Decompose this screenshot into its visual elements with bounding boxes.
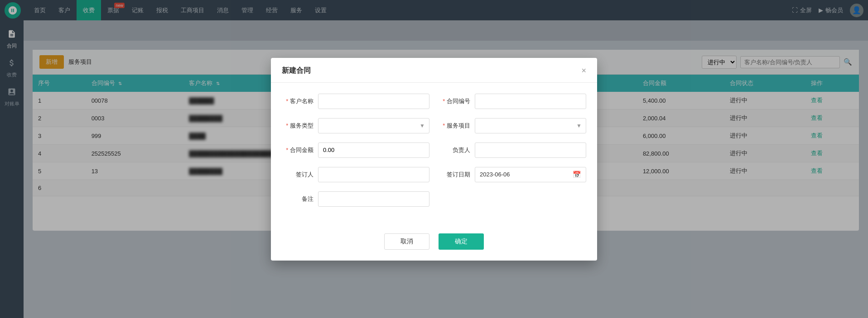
form-group-owner: 负责人 [439, 142, 586, 158]
label-contract-no: 合同编号 [439, 97, 470, 105]
label-service-type: 服务类型 [282, 122, 313, 130]
input-contract-amount[interactable] [318, 142, 429, 158]
modal-close-button[interactable]: × [581, 66, 586, 76]
form-group-sign-date: 签订日期 2023-06-06 📅 [439, 167, 586, 182]
label-amount: 合同金额 [282, 146, 313, 154]
calendar-icon[interactable]: 📅 [573, 171, 581, 179]
form-group-service-type: 服务类型 ▼ [282, 118, 429, 133]
label-customer-name: 客户名称 [282, 97, 313, 105]
modal-header: 新建合同 × [271, 58, 597, 83]
form-group-amount: 合同金额 [282, 142, 429, 158]
label-sign-date: 签订日期 [439, 171, 470, 179]
label-notes: 备注 [282, 195, 313, 203]
form-group-notes: 备注 [282, 191, 429, 207]
input-contract-no[interactable] [475, 94, 586, 109]
label-owner: 负责人 [439, 146, 470, 154]
modal-footer: 取消 确定 [271, 227, 597, 261]
label-signer: 签订人 [282, 171, 313, 179]
form-row-3: 合同金额 负责人 [282, 142, 586, 158]
modal-body: 客户名称 合同编号 服务类型 ▼ [271, 83, 597, 227]
select-service-item[interactable] [475, 118, 586, 133]
service-type-wrapper: ▼ [318, 118, 429, 133]
label-service-item: 服务项目 [439, 122, 470, 130]
form-group-service-item: 服务项目 ▼ [439, 118, 586, 133]
input-signer[interactable] [318, 167, 429, 182]
confirm-button[interactable]: 确定 [439, 233, 484, 250]
new-contract-modal: 新建合同 × 客户名称 合同编号 服务类型 [271, 58, 597, 261]
form-row-4: 签订人 签订日期 2023-06-06 📅 [282, 167, 586, 182]
select-service-type[interactable] [318, 118, 429, 133]
form-group-signer: 签订人 [282, 167, 429, 182]
input-notes[interactable] [318, 191, 429, 207]
date-picker-wrapper[interactable]: 2023-06-06 📅 [475, 167, 586, 182]
sign-date-value: 2023-06-06 [480, 171, 569, 178]
input-owner[interactable] [475, 142, 586, 158]
input-customer-name[interactable] [318, 94, 429, 109]
form-row-5: 备注 [282, 191, 586, 207]
form-row-2: 服务类型 ▼ 服务项目 ▼ [282, 118, 586, 133]
cancel-button[interactable]: 取消 [384, 233, 429, 250]
modal-overlay: 新建合同 × 客户名称 合同编号 服务类型 [0, 0, 868, 318]
modal-title: 新建合同 [282, 66, 311, 76]
form-group-contract-no: 合同编号 [439, 94, 586, 109]
service-item-wrapper: ▼ [475, 118, 586, 133]
form-row-1: 客户名称 合同编号 [282, 94, 586, 109]
form-group-customer-name: 客户名称 [282, 94, 429, 109]
